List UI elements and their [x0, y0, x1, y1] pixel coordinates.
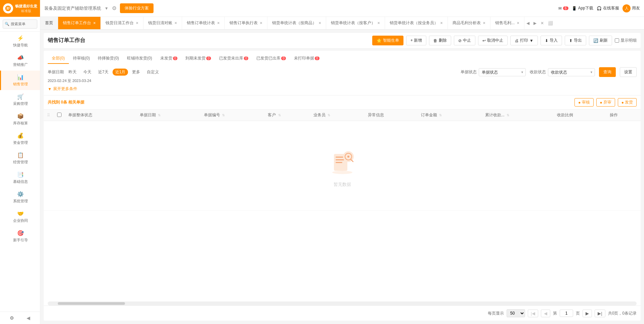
expand-more-btn[interactable]: ▼ 展开更多条件: [48, 86, 637, 92]
sub-tab-wangpu[interactable]: 旺铺待发货(0): [123, 53, 156, 64]
tab-sales-workbench[interactable]: 销售订单工作台 ✕: [58, 17, 101, 29]
tab-close-cash-reconcile[interactable]: ✕: [174, 21, 177, 25]
tab-close-gross-margin[interactable]: ✕: [483, 21, 485, 25]
query-button[interactable]: 查询: [599, 67, 616, 77]
delete-button[interactable]: 🗑 删除: [429, 36, 451, 45]
tabs-close-all[interactable]: ✕: [539, 21, 546, 26]
page-number-input[interactable]: [560, 310, 573, 317]
th-cumulative[interactable]: 累计收款... ⇅: [482, 110, 554, 121]
date-opt-1month[interactable]: 近1月: [113, 69, 128, 76]
tabs-nav-prev[interactable]: ◀: [524, 21, 531, 26]
tab-close-sales-workbench[interactable]: ✕: [93, 21, 96, 25]
tab-close-sales-stats[interactable]: ✕: [217, 21, 220, 25]
tab-close-sale-stats-staff[interactable]: ✕: [440, 21, 443, 25]
sub-tab-overdue[interactable]: 到期未发货0: [181, 53, 215, 64]
message-action[interactable]: ✉ 6: [558, 6, 568, 11]
tab-sales-stats[interactable]: 销售订单统计表 ✕: [182, 17, 225, 29]
new-button[interactable]: + 新增: [406, 36, 426, 45]
tab-cash-reconcile[interactable]: 钱货日清对账 ✕: [143, 17, 182, 29]
th-number-sort-icon[interactable]: ⇅: [222, 113, 225, 117]
sidebar-item-operation[interactable]: 📋 经营管理: [0, 149, 40, 168]
ship-action-button[interactable]: ● 发货: [618, 98, 637, 107]
sidebar-item-inventory[interactable]: 📦 库存核算: [0, 110, 40, 129]
th-date-sort-icon[interactable]: ⇅: [158, 113, 161, 117]
collapse-sidebar-icon[interactable]: ◀: [27, 315, 30, 321]
status-select[interactable]: 单据状态: [479, 68, 526, 76]
show-detail-checkbox[interactable]: [615, 38, 619, 43]
tabs-maximize[interactable]: ⬜: [546, 21, 555, 26]
tab-sales-exec[interactable]: 销售订单执行表 ✕: [225, 17, 267, 29]
sidebar-item-purchase[interactable]: 🛒 采购管理: [0, 90, 40, 110]
th-checkbox[interactable]: [54, 110, 65, 121]
th-staff-sort-icon[interactable]: ⇅: [328, 113, 330, 117]
import-button[interactable]: ⬇ 导入: [541, 36, 562, 45]
sidebar-item-finance[interactable]: 💰 资金管理: [0, 129, 40, 149]
settings-topbar-icon[interactable]: ⚙: [112, 5, 117, 11]
tab-cash-daily[interactable]: 钱货日清工作台 ✕: [101, 17, 143, 29]
print-button[interactable]: 🖨 打印 ▼: [510, 36, 538, 45]
date-opt-7days[interactable]: 近7天: [95, 69, 111, 76]
scrollbar-thumb[interactable]: [58, 302, 125, 305]
select-all-checkbox[interactable]: [57, 113, 61, 117]
tabs-nav-next[interactable]: ▶: [531, 21, 539, 26]
sub-tab-not-shipped[interactable]: 未发货0: [156, 53, 182, 64]
date-opt-yesterday[interactable]: 昨天: [66, 69, 79, 76]
tab-gross-margin[interactable]: 商品毛利分析表 ✕: [448, 17, 490, 29]
th-number[interactable]: 单据编号 ⇅: [201, 110, 265, 121]
app-download-action[interactable]: 📱 App下载: [572, 5, 593, 11]
sub-tab-shipped-out[interactable]: 已发货已出库0: [252, 53, 290, 64]
sub-tab-pending-review[interactable]: 待审核(0): [69, 53, 94, 64]
show-detail-checkbox-label[interactable]: 显示明细: [615, 38, 637, 43]
sidebar-item-guide[interactable]: 🎯 新手引导: [0, 227, 40, 246]
th-customer-sort-icon[interactable]: ⇅: [278, 113, 281, 117]
tab-sale-stats-product[interactable]: 销货单统计表（按商品） ✕: [267, 17, 326, 29]
sidebar-item-sales[interactable]: 📊 销售管理: [0, 71, 40, 90]
tab-close-sales-exec[interactable]: ✕: [260, 21, 262, 25]
th-cumulative-sort-icon[interactable]: ⇅: [507, 113, 509, 117]
refresh-button[interactable]: 🔄 刷新: [589, 36, 612, 45]
date-opt-custom[interactable]: 自定义: [144, 69, 162, 76]
sidebar-item-corp[interactable]: 🤝 企业协同: [0, 207, 40, 227]
smart-create-button[interactable]: ⭐ 智能生单: [372, 36, 403, 45]
page-first-button[interactable]: |◀: [528, 310, 538, 317]
sidebar-item-marketing[interactable]: 📣 营销推广: [0, 51, 40, 71]
tab-home[interactable]: 首页: [40, 17, 58, 29]
tab-sale-stats-customer[interactable]: 销货单统计表（按客户） ✕: [326, 17, 385, 29]
th-date[interactable]: 单据日期 ⇅: [136, 110, 201, 121]
date-opt-today[interactable]: 今天: [81, 69, 94, 76]
settings-gear-icon[interactable]: ⚙: [10, 315, 14, 321]
th-staff[interactable]: 业务员 ⇅: [310, 110, 365, 121]
sub-tab-pending-check[interactable]: 待择验货(0): [94, 53, 123, 64]
page-next-button[interactable]: ▶: [583, 310, 592, 317]
horizontal-scrollbar[interactable]: [48, 301, 637, 306]
user-menu[interactable]: 人 用友: [622, 4, 640, 12]
review-action-button[interactable]: ● 审核: [574, 98, 593, 107]
abort-button[interactable]: ⊘ 中止: [454, 36, 475, 45]
sidebar-item-basic[interactable]: 📑 基础信息: [0, 168, 40, 188]
th-amount-sort-icon[interactable]: ⇅: [439, 113, 442, 117]
export-button[interactable]: ⬆ 导出: [565, 36, 586, 45]
search-menu-button[interactable]: 🔍 搜索菜单: [3, 19, 37, 29]
page-prev-button[interactable]: ◀: [541, 310, 550, 317]
tab-sale-stats-staff[interactable]: 销货单统计表（按业务员） ✕: [385, 17, 448, 29]
tab-close-sale-stats-product[interactable]: ✕: [318, 21, 321, 25]
industry-solution-button[interactable]: 体验行业方案: [120, 3, 154, 13]
tab-close-sale-stats-customer[interactable]: ✕: [377, 21, 380, 25]
page-size-select[interactable]: 50 20 100: [507, 309, 525, 317]
sub-tab-not-printed[interactable]: 未打印单据0: [290, 53, 324, 64]
sub-tab-shipped-not-out[interactable]: 已发货未出库0: [215, 53, 253, 64]
tab-close-sales-revenue[interactable]: ✕: [517, 21, 519, 25]
unreviewed-action-button[interactable]: ● 弃审: [596, 98, 615, 107]
sidebar-item-system[interactable]: ⚙️ 系统管理: [0, 188, 40, 207]
filter-settings-button[interactable]: 设置: [620, 67, 637, 77]
sidebar-item-quick[interactable]: ⚡ 快捷导航: [0, 32, 40, 51]
system-dropdown-icon[interactable]: ▼: [104, 6, 109, 11]
payment-select[interactable]: 收款状态: [548, 68, 595, 76]
th-amount[interactable]: 订单金额 ⇅: [418, 110, 482, 121]
tab-sales-revenue[interactable]: 销售毛利... ✕: [490, 17, 524, 29]
online-service-action[interactable]: 🎧 在线客服: [597, 5, 619, 11]
th-customer[interactable]: 客户 ⇅: [264, 110, 310, 121]
date-opt-more[interactable]: 更多: [129, 69, 143, 76]
tab-close-cash-daily[interactable]: ✕: [136, 21, 138, 25]
cancel-abort-button[interactable]: ↩ 取消中止: [478, 36, 508, 45]
